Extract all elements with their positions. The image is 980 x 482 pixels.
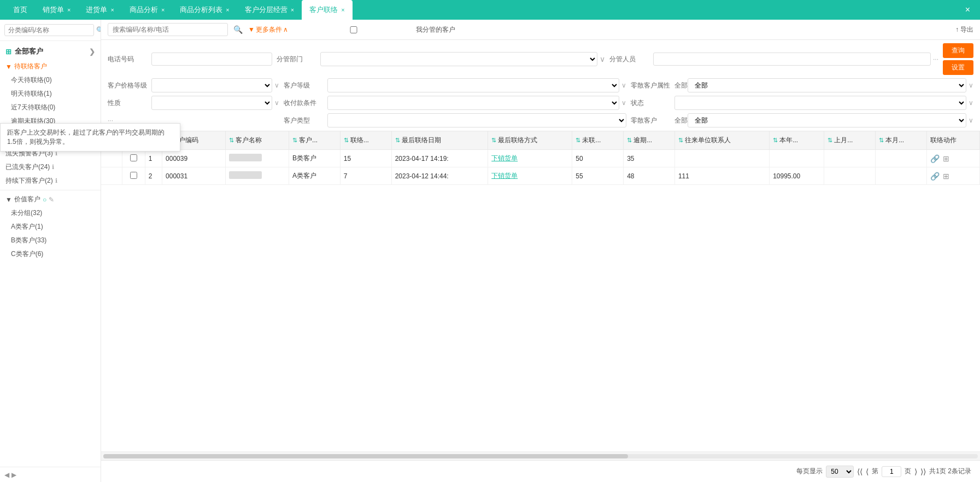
nav-product-list[interactable]: 商品分析列表 × xyxy=(172,0,237,20)
per-page-select[interactable]: 50 20 100 xyxy=(826,466,854,478)
nav-purchase[interactable]: 进货单 × xyxy=(78,0,121,20)
filter-field-payment: 收付款条件 ∨ xyxy=(284,96,626,110)
page-label: 第 xyxy=(872,467,878,476)
search-input[interactable] xyxy=(108,23,228,36)
filter-form: 电话号码 分管部门 ∨ 分管人员 ··· 查询 设置 xyxy=(101,40,980,131)
row2-checkbox-cell[interactable] xyxy=(122,167,145,185)
nature-select[interactable] xyxy=(151,96,272,110)
edit-icon[interactable]: ✎ xyxy=(49,196,54,204)
col-last-contact-method[interactable]: ⇅最后联络方式 xyxy=(488,131,572,150)
sidebar-scroll-right[interactable]: ▶ xyxy=(11,471,16,479)
row2-last-method[interactable]: 下销货单 xyxy=(488,167,572,185)
filter-icon: ▼ xyxy=(248,26,255,33)
payment-select[interactable] xyxy=(327,96,619,110)
nav-home[interactable]: 首页 xyxy=(5,0,35,20)
my-customers-checkbox-area[interactable]: 我分管的客户 xyxy=(294,25,455,34)
row1-settings xyxy=(101,150,122,167)
row2-grid-icon[interactable]: ⊞ xyxy=(943,172,949,181)
filter-search-button[interactable]: 🔍 xyxy=(233,25,243,34)
dept-select-wrap xyxy=(320,52,598,66)
col-uncontacted[interactable]: ⇅未联... xyxy=(572,131,624,150)
nav-customer-segment-close[interactable]: × xyxy=(291,7,294,13)
settings-button[interactable]: 设置 xyxy=(943,60,973,75)
sidebar-item-today[interactable]: 今天待联络(0) xyxy=(0,73,101,87)
retail-attr-select[interactable]: 全部 xyxy=(688,78,966,92)
page-number-input[interactable] xyxy=(882,466,901,477)
col-contact[interactable]: ⇅联络... xyxy=(340,131,391,150)
sidebar-item-class-c[interactable]: C类客户(6) xyxy=(0,247,101,261)
prev-page-button[interactable]: ⟨ xyxy=(866,467,868,476)
arrow-down-icon: ▼ xyxy=(5,63,12,71)
sidebar-item-class-b[interactable]: B类客户(33) xyxy=(0,234,101,247)
sidebar-item-declining[interactable]: 持续下滑客户(2) ℹ xyxy=(0,174,101,188)
sidebar-item-churned[interactable]: 已流失客户(24) ℹ xyxy=(0,160,101,174)
row2-code[interactable]: 000031 xyxy=(162,167,226,185)
sidebar-scroll-left[interactable]: ◀ xyxy=(4,471,9,479)
scroll-thumb[interactable] xyxy=(103,454,628,458)
col-last-month[interactable]: ⇅上月... xyxy=(824,131,876,150)
export-icon: ↑ xyxy=(955,26,959,33)
sidebar-group-value-customer[interactable]: ▼ 价值客户 ○ ✎ xyxy=(0,193,101,206)
nav-product-list-close[interactable]: × xyxy=(226,7,229,13)
nav-sales-close[interactable]: × xyxy=(67,7,71,13)
manager-input[interactable] xyxy=(653,53,931,66)
sidebar-all-customers[interactable]: ⊞ 全部客户 ❯ xyxy=(0,43,101,60)
window-close-button[interactable]: × xyxy=(961,5,975,15)
row1-checkbox-cell[interactable] xyxy=(122,150,145,167)
row1-grid-icon[interactable]: ⊞ xyxy=(943,154,949,163)
export-button[interactable]: ↑ 导出 xyxy=(955,25,973,34)
retail-attr-label: 零散客户属性 xyxy=(631,81,674,90)
col-last-contact-date[interactable]: ⇅最后联络日期 xyxy=(391,131,488,150)
my-customers-checkbox[interactable] xyxy=(294,26,414,33)
col-overdue[interactable]: ⇅逾期... xyxy=(624,131,675,150)
col-unit-contact[interactable]: ⇅往来单位联系人 xyxy=(674,131,769,150)
phone-input[interactable] xyxy=(151,53,272,66)
retail-customer-select[interactable]: 全部 xyxy=(688,113,966,127)
row1-last-method[interactable]: 下销货单 xyxy=(488,150,572,167)
sidebar-search-input[interactable] xyxy=(4,24,94,36)
manager-dots[interactable]: ··· xyxy=(933,55,938,63)
price-level-wrap xyxy=(151,78,272,92)
col-current-month[interactable]: ⇅本月... xyxy=(876,131,927,150)
nav-sales[interactable]: 销货单 × xyxy=(35,0,78,20)
dept-select[interactable] xyxy=(320,52,598,66)
row2-link-icon[interactable]: 🔗 xyxy=(930,172,940,181)
row1-method-link[interactable]: 下销货单 xyxy=(491,154,518,162)
last-page-button[interactable]: ⟩⟩ xyxy=(920,467,926,476)
nav-customer-contact[interactable]: 客户联络 × xyxy=(302,0,352,20)
row1-code[interactable]: 000039 xyxy=(162,150,226,167)
row1-checkbox[interactable] xyxy=(130,154,137,161)
row1-link-icon[interactable]: 🔗 xyxy=(930,154,940,163)
customer-type-select[interactable] xyxy=(327,113,626,127)
sidebar-item-7days[interactable]: 近7天待联络(0) xyxy=(0,101,101,114)
more-conditions-button[interactable]: ▼ 更多条件 ∧ xyxy=(248,25,288,34)
row2-method-link[interactable]: 下销货单 xyxy=(491,172,518,179)
sidebar-item-tomorrow[interactable]: 明天待联络(1) xyxy=(0,87,101,101)
first-page-button[interactable]: ⟨⟨ xyxy=(857,467,862,476)
sidebar-search-button[interactable]: 🔍 xyxy=(96,26,101,34)
horizontal-scrollbar[interactable] xyxy=(101,451,980,460)
col-customer-type[interactable]: ⇅客户... xyxy=(289,131,341,150)
status-select[interactable] xyxy=(674,96,966,110)
col-current-year[interactable]: ⇅本年... xyxy=(770,131,824,150)
sidebar-collapse-button[interactable]: ❯ xyxy=(89,48,95,56)
next-page-button[interactable]: ⟩ xyxy=(914,467,917,476)
nav-purchase-close[interactable]: × xyxy=(110,7,114,13)
customer-level-select[interactable] xyxy=(327,78,619,92)
row2-contact: 7 xyxy=(340,167,391,185)
filter-bar: 🔍 ▼ 更多条件 ∧ 我分管的客户 ↑ 导出 xyxy=(101,20,980,40)
nav-customer-contact-close[interactable]: × xyxy=(341,7,344,13)
query-button[interactable]: 查询 xyxy=(943,43,973,58)
sidebar-group-waiting[interactable]: ▼ 待联络客户 xyxy=(0,60,101,73)
col-customer-name[interactable]: ⇅客户名称 xyxy=(226,131,289,150)
sidebar-item-unclassified[interactable]: 未分组(32) xyxy=(0,206,101,220)
price-level-select[interactable] xyxy=(151,78,272,92)
customer-level-wrap xyxy=(327,78,619,92)
nav-product-analysis-close[interactable]: × xyxy=(161,7,165,13)
nav-customer-segment[interactable]: 客户分层经营 × xyxy=(237,0,302,20)
sidebar-item-class-a[interactable]: A类客户(1) xyxy=(0,220,101,234)
grid-icon: ⊞ xyxy=(5,48,11,56)
sort-icon9: ⇅ xyxy=(678,137,683,143)
nav-product-analysis[interactable]: 商品分析 × xyxy=(122,0,172,20)
row2-checkbox[interactable] xyxy=(130,172,137,179)
